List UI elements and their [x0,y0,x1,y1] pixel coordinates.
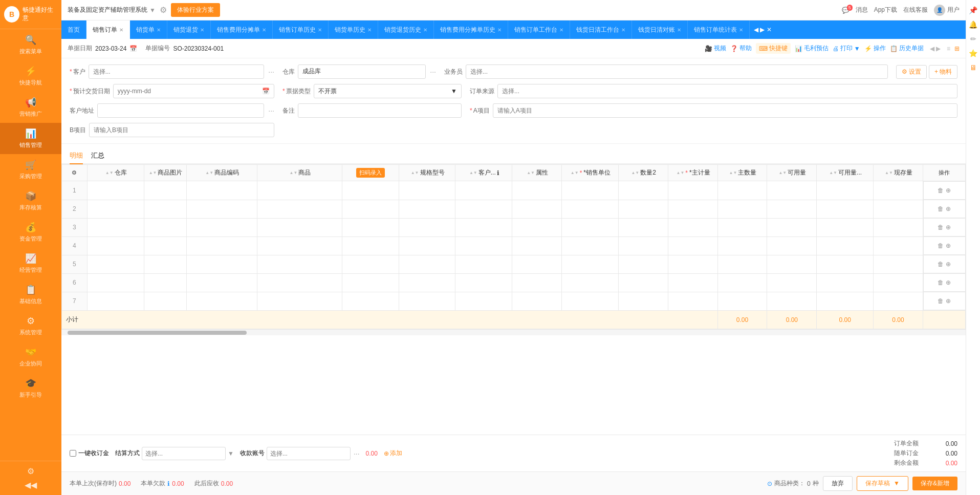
cell-scan-7[interactable] [342,292,399,311]
cell-warehouse-3[interactable] [87,218,144,236]
nav-tab-close-8[interactable]: ✕ [497,27,502,33]
account-input[interactable] [267,447,351,460]
cell-customer-3[interactable] [455,218,512,236]
cell-avail2-6[interactable] [817,273,874,292]
save-new-button[interactable]: 保存&新增 [912,477,957,490]
nav-tab-0[interactable]: 首页 [61,20,86,39]
cell-scan-6[interactable] [342,273,399,292]
cell-spec-4[interactable] [399,236,455,255]
th-spec[interactable]: ▲▼规格型号 [399,165,455,181]
copy-icon-2[interactable]: ⊕ [946,205,951,212]
cell-scan-4[interactable] [342,236,399,255]
nav-tab-6[interactable]: 销货单历史✕ [329,20,378,39]
cell-customer-2[interactable] [455,200,512,218]
cell-img-6[interactable] [144,273,186,292]
cell-warehouse-2[interactable] [87,200,144,218]
th-scan[interactable]: 扫码录入 [342,165,399,181]
cell-qty2-2[interactable] [618,200,668,218]
cell-warehouse-4[interactable] [87,236,144,255]
cell-attr-6[interactable] [512,273,562,292]
sidebar-item-9[interactable]: ⚙系统管理 [0,310,61,341]
nav-tab-close-10[interactable]: ✕ [621,27,625,33]
cell-avail-5[interactable] [767,255,817,273]
sort-spec[interactable]: ▲▼ [411,170,419,175]
cell-current-1[interactable] [874,181,923,200]
copy-icon-6[interactable]: ⊕ [946,279,951,286]
cell-unit-4[interactable] [562,236,619,255]
cell-sku-4[interactable] [186,236,257,255]
sort-current[interactable]: ▲▼ [885,170,893,175]
cell-img-5[interactable] [144,255,186,273]
history-btn[interactable]: 📋 历史单据 [890,44,924,53]
cell-product-4[interactable] [257,236,342,255]
settings-btn[interactable]: ⚙ 设置 [896,65,927,79]
cell-attr-1[interactable] [512,181,562,200]
th-qty2[interactable]: ▲▼数量2 [618,165,668,181]
delivery-input[interactable] [118,88,260,95]
sidebar-item-7[interactable]: 📈经营管理 [0,248,61,279]
add-button[interactable]: ⊕ 添加 [384,449,402,458]
cell-main-qty-4[interactable] [717,236,767,255]
sort-avail[interactable]: ▲▼ [778,170,787,175]
customer-dots[interactable]: ··· [268,68,274,76]
copy-icon-5[interactable]: ⊕ [946,261,951,268]
th-attr[interactable]: ▲▼属性 [512,165,562,181]
right-icon-screen[interactable]: 🖥 [967,61,979,74]
sidebar-item-0[interactable]: 🔍搜索菜单 [0,29,61,60]
delivery-date-input[interactable]: 📅 [113,84,274,98]
cell-avail-7[interactable] [767,292,817,311]
cell-warehouse-6[interactable] [87,273,144,292]
th-product[interactable]: ▲▼商品 [257,165,342,181]
sidebar-item-6[interactable]: 💰资金管理 [0,217,61,248]
cell-main-qty-1[interactable] [717,181,767,200]
sort-product[interactable]: ▲▼ [290,170,298,175]
layout-icon1[interactable]: ≡ [947,45,950,52]
nav-tab-11[interactable]: 钱货日清对账✕ [632,20,688,39]
th-main-qty[interactable]: ▲▼主数量 [717,165,767,181]
cell-current-3[interactable] [874,218,923,236]
cell-product-3[interactable] [257,218,342,236]
cell-avail2-5[interactable] [817,255,874,273]
copy-icon-7[interactable]: ⊕ [946,297,951,305]
cell-main-unit-3[interactable] [668,218,717,236]
th-img[interactable]: ▲▼商品图片 [144,165,186,181]
nav-tab-3[interactable]: 销货退货✕ [167,20,211,39]
nav-tab-7[interactable]: 销货退货历史✕ [378,20,434,39]
sidebar-item-10[interactable]: 🤝企业协同 [0,341,61,373]
cell-img-3[interactable] [144,218,186,236]
cell-sku-7[interactable] [186,292,257,311]
auto-settle-checkbox[interactable] [70,450,76,457]
cell-scan-5[interactable] [342,255,399,273]
nav-tab-9[interactable]: 销售订单工作台✕ [508,20,570,39]
sidebar-item-2[interactable]: 📢营销推广 [0,92,61,123]
nav-tab-2[interactable]: 销货单✕ [130,20,167,39]
sort-main-unit[interactable]: ▲▼ [677,170,685,175]
cell-avail2-3[interactable] [817,218,874,236]
th-warehouse[interactable]: ▲▼仓库 [87,165,144,181]
cell-ops-1[interactable]: 🗑 ⊕ [923,181,966,200]
delete-icon-1[interactable]: 🗑 [938,187,944,194]
cell-current-7[interactable] [874,292,923,311]
right-icon-pin[interactable]: 📌 [967,4,979,16]
th-avail[interactable]: ▲▼可用量 [767,165,817,181]
cell-qty2-7[interactable] [618,292,668,311]
sidebar-collapse[interactable]: ◀◀ [25,480,37,490]
nav-tab-close-5[interactable]: ✕ [318,27,322,33]
cell-avail-3[interactable] [767,218,817,236]
scan-button[interactable]: 扫码录入 [356,168,385,178]
payment-input[interactable] [142,447,226,460]
sort-warehouse[interactable]: ▲▼ [105,170,114,175]
cell-qty2-3[interactable] [618,218,668,236]
right-icon-star[interactable]: ⭐ [967,47,979,59]
cell-main-unit-1[interactable] [668,181,717,200]
cell-spec-7[interactable] [399,292,455,311]
sidebar-item-4[interactable]: 🛒采购管理 [0,154,61,185]
sidebar-item-11[interactable]: 🎓新手引导 [0,373,61,404]
nav-tab-close-12[interactable]: ✕ [739,27,743,33]
cell-scan-1[interactable] [342,181,399,200]
cell-unit-7[interactable] [562,292,619,311]
nav-tab-close-2[interactable]: ✕ [157,27,161,33]
delete-icon-7[interactable]: 🗑 [938,297,944,305]
cell-main-qty-5[interactable] [717,255,767,273]
cell-spec-5[interactable] [399,255,455,273]
